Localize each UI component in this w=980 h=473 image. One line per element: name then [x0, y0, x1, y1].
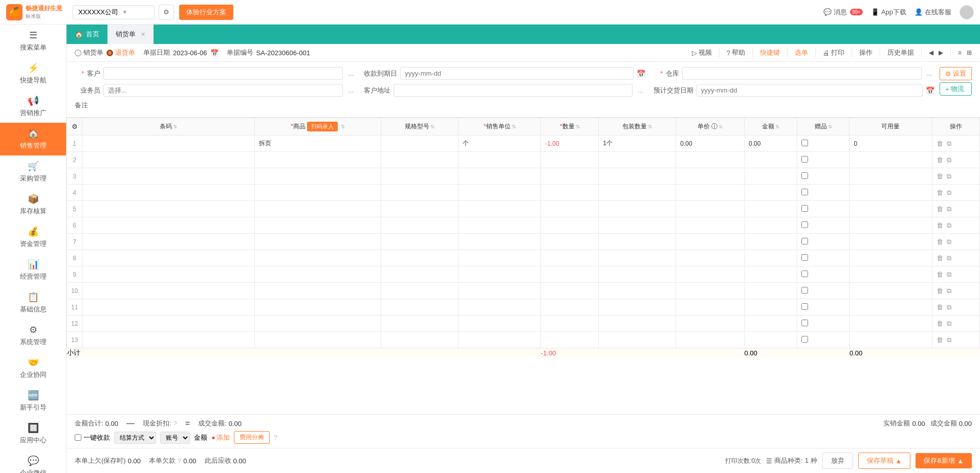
delete-icon[interactable]: 🗑 — [937, 205, 943, 213]
row-amount[interactable] — [744, 332, 797, 348]
row-pack-qty[interactable] — [599, 266, 676, 283]
row-barcode[interactable] — [82, 234, 254, 250]
sidebar-item-quick-nav[interactable]: ⚡ 快捷导航 — [0, 57, 66, 90]
sidebar-item-search-order[interactable]: ☰ 搜索菜单 — [0, 25, 66, 57]
expected-date-input[interactable] — [696, 84, 923, 97]
row-gift[interactable] — [797, 332, 850, 348]
row-unit-price[interactable]: 0.00 — [676, 136, 745, 152]
history-btn[interactable]: 历史单据 — [887, 48, 914, 57]
delete-icon[interactable]: 🗑 — [937, 303, 943, 311]
delete-icon[interactable]: 🗑 — [937, 271, 943, 278]
delete-icon[interactable]: 🗑 — [937, 320, 943, 327]
copy-icon[interactable]: ⧉ — [947, 303, 951, 311]
owed-help-icon[interactable]: ? — [178, 457, 181, 465]
due-date-calendar-icon[interactable]: 📅 — [637, 70, 645, 78]
copy-icon[interactable]: ⧉ — [947, 221, 951, 229]
warehouse-input[interactable]: 建材仓 — [682, 67, 922, 80]
one-click-payment-checkbox[interactable]: 一键收款 — [75, 433, 110, 442]
user-avatar[interactable] — [960, 5, 974, 19]
delete-icon[interactable]: 🗑 — [937, 156, 943, 164]
row-barcode[interactable] — [82, 299, 254, 316]
row-unit-price[interactable] — [676, 185, 745, 201]
row-spec[interactable] — [381, 332, 459, 348]
tab-close-icon[interactable]: ✕ — [141, 31, 145, 38]
nav-prev-btn[interactable]: ◀ — [929, 49, 933, 56]
row-qty[interactable] — [541, 316, 599, 332]
row-qty[interactable] — [541, 266, 599, 283]
shortcut-btn[interactable]: 快捷键 — [760, 48, 780, 57]
settings-gear-btn[interactable]: ⚙ — [159, 5, 174, 20]
row-amount[interactable] — [744, 299, 797, 316]
note-input[interactable] — [91, 102, 193, 109]
warehouse-ellipsis-btn[interactable]: ... — [925, 70, 934, 77]
row-product[interactable] — [254, 201, 381, 217]
row-qty[interactable] — [541, 299, 599, 316]
row-spec[interactable] — [381, 168, 459, 185]
view-toggle2-btn[interactable]: ⊞ — [967, 49, 972, 56]
row-unit-price[interactable] — [676, 332, 745, 348]
delete-icon[interactable]: 🗑 — [937, 287, 943, 295]
row-spec[interactable] — [381, 316, 459, 332]
customer-addr-ellipsis-btn[interactable]: ... — [636, 86, 645, 94]
row-unit-price[interactable] — [676, 234, 745, 250]
customer-addr-input[interactable] — [394, 84, 632, 97]
row-gift[interactable] — [797, 299, 850, 316]
row-product[interactable] — [254, 283, 381, 299]
tab-sales-order[interactable]: 销货单 ✕ — [107, 25, 154, 44]
discard-btn[interactable]: 放弃 — [822, 453, 853, 469]
row-qty[interactable] — [541, 152, 599, 168]
row-pack-qty[interactable] — [599, 316, 676, 332]
copy-icon[interactable]: ⧉ — [947, 271, 951, 278]
sidebar-item-inventory[interactable]: 📦 库存核算 — [0, 188, 66, 221]
row-unit-price[interactable] — [676, 283, 745, 299]
row-qty[interactable] — [541, 217, 599, 234]
copy-icon[interactable]: ⧉ — [947, 336, 951, 344]
row-gift[interactable] — [797, 168, 850, 185]
row-gift[interactable] — [797, 185, 850, 201]
fee-help-icon[interactable]: ? — [274, 434, 277, 441]
row-gift[interactable] — [797, 266, 850, 283]
row-spec[interactable] — [381, 136, 459, 152]
row-spec[interactable] — [381, 185, 459, 201]
radio-sales[interactable]: 销货单 — [75, 48, 103, 57]
copy-icon[interactable]: ⧉ — [947, 172, 951, 180]
message-btn[interactable]: 💬 消息 99+ — [823, 8, 863, 17]
row-unit-price[interactable] — [676, 152, 745, 168]
row-unit[interactable] — [459, 168, 541, 185]
add-btn[interactable]: ● 添加 — [211, 433, 230, 442]
copy-icon[interactable]: ⧉ — [947, 189, 951, 196]
delete-icon[interactable]: 🗑 — [937, 254, 943, 262]
row-unit[interactable] — [459, 332, 541, 348]
row-pack-qty[interactable] — [599, 185, 676, 201]
delete-icon[interactable]: 🗑 — [937, 221, 943, 229]
row-barcode[interactable] — [82, 168, 254, 185]
row-qty[interactable] — [541, 168, 599, 185]
row-pack-qty[interactable] — [599, 250, 676, 266]
row-product[interactable] — [254, 266, 381, 283]
row-gift[interactable] — [797, 316, 850, 332]
row-qty[interactable] — [541, 332, 599, 348]
row-product[interactable] — [254, 234, 381, 250]
row-product[interactable] — [254, 299, 381, 316]
row-spec[interactable] — [381, 299, 459, 316]
row-gift[interactable] — [797, 136, 850, 152]
salesperson-input[interactable] — [103, 84, 343, 97]
row-barcode[interactable] — [82, 136, 254, 152]
settlement-select[interactable]: 结算方式 — [114, 432, 156, 444]
sidebar-item-purchase[interactable]: 🛒 采购管理 — [0, 155, 66, 188]
view-toggle1-btn[interactable]: ≡ — [958, 49, 962, 56]
row-unit[interactable] — [459, 152, 541, 168]
copy-icon[interactable]: ⧉ — [947, 287, 951, 295]
row-unit-price[interactable] — [676, 250, 745, 266]
row-unit-price[interactable] — [676, 299, 745, 316]
row-pack-qty[interactable] — [599, 217, 676, 234]
row-unit-price[interactable] — [676, 168, 745, 185]
calendar-icon[interactable]: 📅 — [210, 49, 219, 57]
delete-icon[interactable]: 🗑 — [937, 172, 943, 180]
row-qty[interactable] — [541, 185, 599, 201]
sidebar-item-system[interactable]: ⚙ 系统管理 — [0, 319, 66, 352]
row-unit[interactable] — [459, 201, 541, 217]
row-spec[interactable] — [381, 266, 459, 283]
row-pack-qty[interactable] — [599, 234, 676, 250]
row-pack-qty[interactable] — [599, 283, 676, 299]
